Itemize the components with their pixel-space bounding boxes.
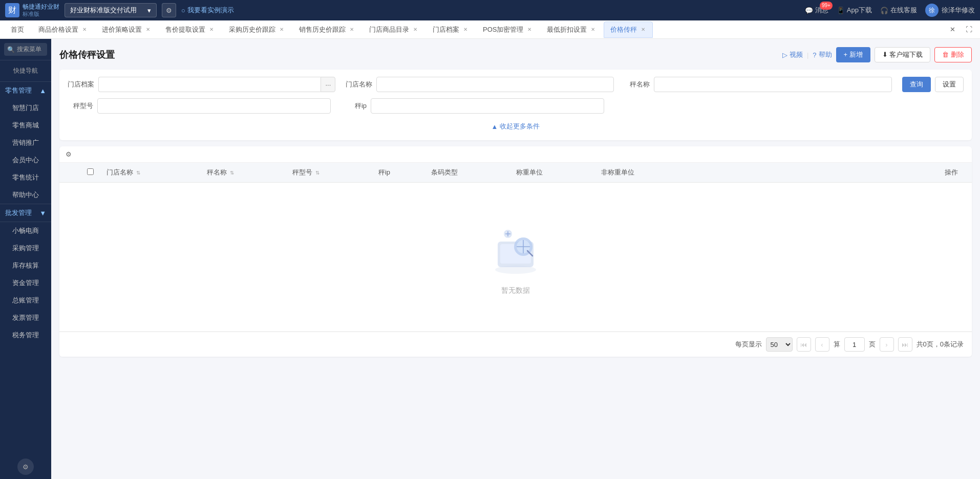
- store-archive-picker-button[interactable]: ···: [321, 77, 335, 92]
- page-summary: 共0页，0条记录: [917, 340, 964, 349]
- divider: |: [807, 51, 808, 59]
- filter-store-archive: 门店档案 ···: [68, 77, 335, 92]
- sidebar-item-finance[interactable]: 资金管理: [0, 274, 51, 292]
- close-icon[interactable]: ✕: [81, 26, 88, 33]
- sidebar-item-ecommerce[interactable]: 小畅电商: [0, 222, 51, 239]
- version-selector[interactable]: 好业财标准版交付试用 ▾: [65, 3, 157, 17]
- help-link[interactable]: ? 帮助: [813, 50, 832, 59]
- tab-sale-history[interactable]: 销售历史价跟踪 ✕: [292, 21, 361, 38]
- delete-button[interactable]: 🗑 删除: [934, 47, 972, 62]
- video-link[interactable]: ▷ 视频: [782, 50, 803, 59]
- col-weight-unit: 称重单位: [510, 163, 595, 183]
- settings-filter-button[interactable]: 设置: [935, 77, 964, 92]
- message-button[interactable]: 💬 消息 99+: [805, 6, 828, 15]
- close-icon[interactable]: ✕: [279, 26, 285, 33]
- tab-store-product-catalog[interactable]: 门店商品目录 ✕: [363, 21, 425, 38]
- expand-tab-button[interactable]: ⛶: [962, 23, 976, 37]
- sidebar-item-tax[interactable]: 税务管理: [0, 326, 51, 344]
- last-page-button[interactable]: ⏭: [898, 337, 912, 352]
- col-scale-model[interactable]: 秤型号 ⇅: [286, 163, 372, 183]
- sidebar-item-help-label: 帮助中心: [12, 190, 39, 200]
- col-store-name[interactable]: 门店名称 ⇅: [100, 163, 201, 183]
- tab-min-discount[interactable]: 最低折扣设置 ✕: [540, 21, 603, 38]
- tab-product-price[interactable]: 商品价格设置 ✕: [32, 21, 94, 38]
- page-header: 价格传秤设置 ▷ 视频 | ? 帮助 + 新增 ⬇ 客户端下载 🗑: [59, 47, 972, 62]
- sidebar-item-member[interactable]: 会员中心: [0, 151, 51, 169]
- tab-purchase-history[interactable]: 采购历史价跟踪 ✕: [222, 21, 291, 38]
- close-icon[interactable]: ✕: [590, 26, 596, 33]
- sidebar-item-inventory[interactable]: 库存核算: [0, 257, 51, 274]
- add-button[interactable]: + 新增: [836, 47, 870, 62]
- tab-purchase-strategy[interactable]: 进价策略设置 ✕: [95, 21, 158, 38]
- collapse-button[interactable]: ▲ 收起更多条件: [492, 120, 540, 133]
- close-icon[interactable]: ✕: [462, 26, 468, 33]
- last-page-icon: ⏭: [902, 341, 908, 349]
- empty-state: 暂无数据: [66, 188, 966, 326]
- close-icon[interactable]: ✕: [208, 26, 215, 33]
- gear-icon: ⚙: [166, 7, 172, 14]
- sidebar-item-general-ledger[interactable]: 总账管理: [0, 292, 51, 309]
- prev-page-button[interactable]: ‹: [815, 337, 829, 352]
- sidebar-item-help[interactable]: 帮助中心: [0, 186, 51, 204]
- col-scale-ip-label: 秤ip: [378, 168, 390, 176]
- demo-link[interactable]: ○ 我要看实例演示: [181, 6, 234, 15]
- sidebar-item-retail-mall[interactable]: 零售商城: [0, 117, 51, 134]
- app-title-line2: 标准版: [23, 11, 59, 17]
- table-area: ⚙ 门店名称 ⇅ 秤名称 ⇅: [59, 146, 972, 357]
- close-icon[interactable]: ✕: [640, 26, 646, 33]
- select-all-checkbox[interactable]: [87, 168, 94, 175]
- close-icon[interactable]: ✕: [145, 26, 151, 33]
- sidebar-settings-button[interactable]: ⚙: [17, 459, 34, 475]
- page-size-select[interactable]: 10 20 50 100: [766, 337, 793, 352]
- scale-model-input[interactable]: [97, 98, 331, 114]
- tab-home[interactable]: 首页: [4, 21, 31, 38]
- store-name-input[interactable]: [376, 77, 613, 92]
- next-page-button[interactable]: ›: [880, 337, 894, 352]
- table-settings-icon[interactable]: ⚙: [66, 150, 72, 158]
- col-scale-name[interactable]: 秤名称 ⇅: [201, 163, 287, 183]
- close-icon[interactable]: ✕: [412, 26, 418, 33]
- app-download-button[interactable]: 📱 App下载: [837, 6, 872, 15]
- download-button[interactable]: ⬇ 客户端下载: [875, 47, 931, 62]
- store-name-label: 门店名称: [346, 80, 372, 89]
- version-label: 好业财标准版交付试用: [70, 6, 137, 15]
- close-icon[interactable]: ✕: [526, 26, 532, 33]
- sidebar-item-marketing[interactable]: 营销推广: [0, 134, 51, 151]
- col-barcode-type-label: 条码类型: [431, 168, 458, 176]
- sidebar-search-button[interactable]: 🔍 搜索菜单: [4, 43, 47, 56]
- next-page-icon: ›: [885, 341, 887, 349]
- sidebar: 🔍 搜索菜单 快捷导航 零售管理 ▲ 智慧门店 零售商城 营销推广: [0, 39, 51, 479]
- page-number-input[interactable]: [844, 337, 865, 352]
- sidebar-section-retail-header[interactable]: 零售管理 ▲: [0, 82, 51, 99]
- tab-sale-price[interactable]: 售价提取设置 ✕: [159, 21, 221, 38]
- scale-ip-input[interactable]: [371, 98, 604, 114]
- scale-name-input[interactable]: [654, 77, 892, 92]
- tab-pos-encryption[interactable]: POS加密管理 ✕: [476, 21, 539, 38]
- close-icon[interactable]: ✕: [349, 26, 355, 33]
- filter-row-1: 门店档案 ··· 门店名称 秤名称: [68, 77, 964, 92]
- search-icon: 🔍: [7, 46, 15, 53]
- sidebar-section-wholesale-header[interactable]: 批发管理 ▼: [0, 204, 51, 222]
- online-service-button[interactable]: 🎧 在线客服: [880, 6, 917, 15]
- add-label: + 新增: [844, 50, 863, 59]
- empty-row: 暂无数据: [59, 183, 972, 332]
- query-button[interactable]: 查询: [902, 77, 931, 92]
- sidebar-quick-nav: 快捷导航: [0, 60, 51, 82]
- tab-price-scale[interactable]: 价格传秤 ✕: [604, 21, 653, 38]
- tab-store-archive[interactable]: 门店档案 ✕: [426, 21, 475, 38]
- chevron-up-icon: ▲: [492, 123, 498, 130]
- col-weight-unit-label: 称重单位: [516, 168, 543, 176]
- page-of-label: 页: [869, 340, 876, 349]
- sidebar-item-retail-stats[interactable]: 零售统计: [0, 169, 51, 186]
- store-archive-input[interactable]: [98, 77, 321, 92]
- sidebar-item-invoice[interactable]: 发票管理: [0, 309, 51, 326]
- sidebar-item-smart-store[interactable]: 智慧门店: [0, 99, 51, 117]
- chevron-up-icon: ▲: [39, 87, 46, 95]
- sidebar-item-tax-label: 税务管理: [12, 331, 39, 340]
- user-info[interactable]: 徐 徐泽华修改: [925, 4, 975, 17]
- sidebar-item-purchase[interactable]: 采购管理: [0, 239, 51, 257]
- close-tab-button[interactable]: ✕: [945, 23, 960, 37]
- first-page-button[interactable]: ⏮: [797, 337, 811, 352]
- version-settings-button[interactable]: ⚙: [162, 3, 176, 17]
- sidebar-item-quick-nav[interactable]: 快捷导航: [0, 63, 51, 78]
